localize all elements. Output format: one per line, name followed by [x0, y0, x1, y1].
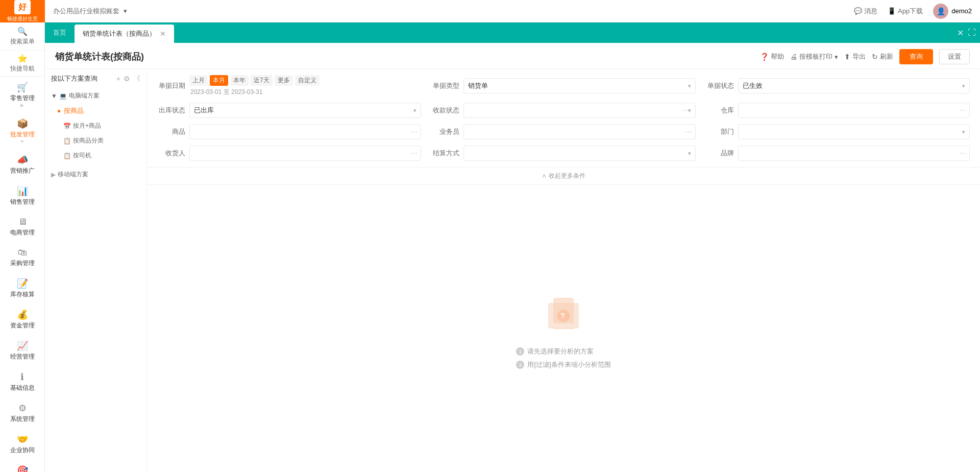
filter-out-status-input[interactable]: 已出库 ▾ [189, 103, 421, 118]
message-btn[interactable]: 💬 消息 [854, 7, 877, 16]
filter-row-doc-status: 单据状态 已生效 ▾ [706, 75, 970, 97]
scheme-group-pc-header[interactable]: ▼ 💻 电脑端方案 [45, 88, 146, 103]
query-button[interactable]: 查询 [899, 49, 933, 64]
tab-home[interactable]: 首页 [45, 22, 75, 43]
help-btn[interactable]: ❓ 帮助 [760, 52, 784, 61]
topbar-right: 💬 消息 📱 App下载 👤 demo2 [854, 4, 972, 19]
expand-icon[interactable]: ⛶ [968, 28, 976, 37]
quick-nav-item[interactable]: ⭐ 快捷导航 [0, 51, 44, 77]
sidebar-item-sales[interactable]: 📊 销售管理 [0, 180, 44, 211]
industry-dropdown-icon[interactable]: ▾ [124, 7, 127, 15]
tab-home-label: 首页 [53, 28, 66, 37]
sidebar-item-operation[interactable]: 📈 经营管理 [0, 335, 44, 366]
print-btn[interactable]: 🖨 按模板打印 ▾ [790, 52, 838, 61]
tip-num-2: ② [516, 361, 524, 369]
scheme-header: 按以下方案查询 + ⚙ 《 [45, 69, 146, 88]
print-dropdown-icon: ▾ [835, 53, 838, 61]
filter-panel: 单据日期 上月 本月 本年 近7天 更多 自定义 2023-03-01 至 20… [147, 69, 980, 472]
export-btn[interactable]: ⬆ 导出 [844, 52, 866, 61]
filter-doc-type-input[interactable]: 销货单 ▾ [463, 78, 695, 93]
filter-doc-status-label: 单据状态 [706, 81, 734, 90]
recipient-dots[interactable]: ··· [411, 149, 418, 158]
scheme-item-by-product[interactable]: ● 按商品 [45, 103, 146, 119]
tab-close-icon[interactable]: ✕ [160, 30, 166, 38]
filter-brand-input[interactable]: ··· [738, 146, 970, 161]
quick-nav-label: 快捷导航 [10, 64, 35, 73]
help-icon: ❓ [760, 53, 769, 61]
sidebar-item-finance[interactable]: 💰 资金管理 [0, 304, 44, 335]
filter-recipient-input[interactable]: ··· [189, 146, 421, 161]
filter-settlement-label: 结算方式 [431, 149, 459, 158]
topbar-left: 办公用品行业模拟账套 ▾ [53, 7, 127, 16]
user-avatar-wrap[interactable]: 👤 demo2 [933, 4, 972, 19]
scheme-add-btn[interactable]: + [116, 75, 120, 83]
filter-settlement-input[interactable]: ▾ [463, 146, 695, 161]
filter-product-input[interactable]: ··· [189, 124, 421, 139]
sidebar-item-retail[interactable]: 🛒 零售管理 ▶ [0, 77, 44, 113]
help-label: 帮助 [771, 52, 784, 61]
newuser-icon: 🎯 [17, 465, 28, 472]
scheme-subitem-by-category[interactable]: 📋 按商品分类 [45, 133, 146, 148]
filter-payment-status-label: 收款状态 [431, 106, 459, 115]
settings-button[interactable]: 设置 [939, 49, 970, 64]
tab-more[interactable]: 更多 [275, 75, 293, 86]
tab-sales-report[interactable]: 销货单统计表（按商品） ✕ [75, 25, 174, 43]
tabbar-right: ✕ ⛶ [957, 28, 980, 38]
scheme-group-mobile-header[interactable]: ▶ 移动端方案 [45, 167, 146, 182]
filter-payment-status-input[interactable]: ··· ▾ [463, 103, 695, 118]
avatar: 👤 [933, 4, 948, 19]
message-label: 消息 [864, 7, 877, 16]
sidebar-item-inventory[interactable]: 📝 库存核算 [0, 273, 44, 304]
payment-status-chevron: ▾ [688, 107, 691, 114]
export-label: 导出 [852, 52, 866, 61]
salesperson-dots[interactable]: ··· [685, 127, 692, 136]
refresh-btn[interactable]: ↻ 刷新 [872, 52, 893, 61]
empty-tips: ① 请先选择要分析的方案 ② 用[过滤]条件来缩小分析范围 [516, 347, 610, 369]
operation-icon: 📈 [17, 340, 28, 351]
scheme-panel: 按以下方案查询 + ⚙ 《 ▼ 💻 电脑端方案 ● [45, 69, 147, 472]
sidebar-item-marketing[interactable]: 📣 营销推广 [0, 149, 44, 180]
collapse-more-btn[interactable]: ∧ 收起更多条件 [147, 168, 980, 185]
sidebar-item-enterprise[interactable]: 🤝 企业协同 [0, 429, 44, 460]
scheme-settings-btn[interactable]: ⚙ [124, 75, 130, 83]
tab-last-month[interactable]: 上月 [189, 75, 208, 86]
scheme-collapse-btn[interactable]: 《 [133, 74, 140, 83]
app-logo[interactable]: 好 畅捷通好生意 [0, 0, 45, 22]
tab-last-7days[interactable]: 近7天 [251, 75, 273, 86]
sidebar-item-wholesale[interactable]: 📦 批发管理 ▼ [0, 113, 44, 149]
filter-row-settlement: 结算方式 ▾ [431, 146, 695, 161]
filter-row-recipient: 收货人 ··· [157, 146, 421, 161]
product-dots[interactable]: ··· [411, 127, 418, 136]
filter-doc-status-input[interactable]: 已生效 ▾ [738, 78, 970, 93]
system-label: 系统管理 [10, 415, 35, 423]
app-download-btn[interactable]: 📱 App下载 [888, 7, 923, 16]
filter-row-out-status: 出库状态 已出库 ▾ [157, 103, 421, 118]
filter-row-product: 商品 ··· [157, 124, 421, 139]
sidebar-item-basic[interactable]: ℹ 基础信息 [0, 366, 44, 397]
scheme-subitem-by-driver[interactable]: 📋 按司机 [45, 148, 146, 163]
sidebar-item-system[interactable]: ⚙ 系统管理 [0, 397, 44, 429]
scheme-subitem-by-month-product[interactable]: 📅 按月+商品 [45, 119, 146, 133]
sidebar-item-ecommerce[interactable]: 🖥 电商管理 [0, 211, 44, 242]
warehouse-dots[interactable]: ··· [960, 106, 966, 115]
filter-date-label: 单据日期 [157, 81, 185, 90]
close-tab-icon[interactable]: ✕ [957, 28, 964, 38]
filter-doc-type-value: 销货单 [468, 81, 688, 90]
sidebar-item-purchase[interactable]: 🛍 采购管理 [0, 242, 44, 273]
sales-label: 销售管理 [10, 198, 35, 206]
filter-warehouse-input[interactable]: ··· [738, 103, 970, 118]
department-chevron: ▾ [962, 129, 965, 135]
scheme-group-pc: ▼ 💻 电脑端方案 ● 按商品 📅 按月+商品 📋 按商品分类 [45, 88, 146, 167]
tab-custom[interactable]: 自定义 [295, 75, 320, 86]
subitem-icon1: 📅 [63, 123, 71, 130]
search-menu-item[interactable]: 🔍 搜索菜单 [0, 22, 44, 51]
tab-this-month[interactable]: 本月 [210, 75, 228, 86]
page-header: 销货单统计表(按商品) ❓ 帮助 🖨 按模板打印 ▾ ⬆ 导出 ↻ 刷新 [45, 43, 980, 69]
subitem-driver-label: 按司机 [73, 151, 91, 160]
brand-dots[interactable]: ··· [960, 149, 966, 158]
filter-department-input[interactable]: ▾ [738, 124, 970, 139]
sidebar-item-newuser[interactable]: 🎯 新手引导 [0, 460, 44, 472]
wholesale-label: 批发管理 [10, 130, 35, 139]
filter-salesperson-input[interactable]: ··· [463, 124, 695, 139]
tab-this-year[interactable]: 本年 [230, 75, 249, 86]
